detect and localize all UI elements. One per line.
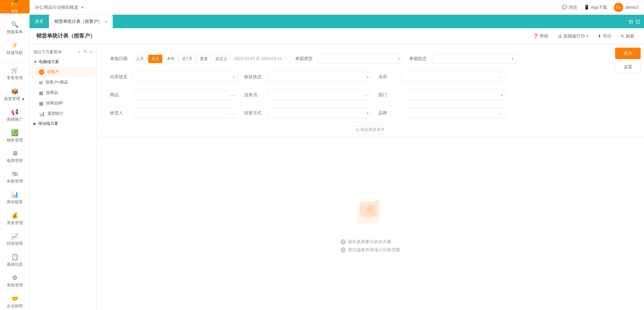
scheme-group-desktop-header[interactable]: ▼ 电脑端方案 xyxy=(30,57,96,67)
sidebar-item-purchase[interactable]: 🛍 采购管理 xyxy=(0,167,30,188)
sidebar-item-basic-info[interactable]: 📋 基础信息 xyxy=(0,250,30,271)
warehouse-label: 仓库 xyxy=(378,74,398,80)
search-icon: 🔍 xyxy=(11,21,18,28)
date-btn-more[interactable]: 更多 xyxy=(197,55,211,63)
sidebar-item-ecommerce[interactable]: 🖥 电商管理 xyxy=(0,147,30,167)
scheme-item-by-customer[interactable]: ● 按客户 xyxy=(30,67,96,77)
date-btn-this-year[interactable]: 本年 xyxy=(164,55,178,63)
sidebar-item-marketing[interactable]: 📢 营销推广 xyxy=(0,105,30,126)
warehouse-dots-icon[interactable]: ··· xyxy=(499,74,503,80)
date-btn-7days[interactable]: 近7天 xyxy=(179,55,196,63)
filter-receiver-item: 收货人 ··· xyxy=(110,108,237,118)
brand-select[interactable]: ··· xyxy=(401,108,506,118)
scheme-group-desktop: ▼ 电脑端方案 ● 按客户 ⊞ 按客户+商品 ▦ 按商品 xyxy=(30,57,96,119)
date-btn-custom[interactable]: 自定义 xyxy=(212,55,230,63)
export-icon: ⬆ xyxy=(598,34,601,39)
top-header: 办公用品行业模拟账套 ▾ 💬 消息 📱 App下载 Ea demo2 xyxy=(30,0,644,15)
setting-button[interactable]: 设置 xyxy=(615,61,641,73)
group-desktop-label: 电脑端方案 xyxy=(39,59,59,65)
date-btn-last-month[interactable]: 上月 xyxy=(133,55,147,63)
order-type-arrow-icon: ▾ xyxy=(398,57,399,61)
page-title-bar: 销货单统计表（按客户） ❓ 帮助 🖨 按模板打印 ▾ ⬆ 导出 ↻ 刷新 xyxy=(30,28,644,44)
scheme-add-icon[interactable]: ＋ xyxy=(77,49,82,55)
department-label: 部门 xyxy=(378,92,398,98)
filter-department-item: 部门 ▾ xyxy=(378,90,506,100)
return-stats-icon: 📊 xyxy=(39,111,45,116)
order-status-select[interactable]: ▾ xyxy=(432,54,517,64)
message-button[interactable]: 💬 消息 xyxy=(562,4,577,10)
scheme-item-by-goods-99[interactable]: ▦ 按商品99 xyxy=(30,98,96,108)
home-label: 首页 xyxy=(35,18,44,24)
scheme-item-by-customer-goods[interactable]: ⊞ 按客户+商品 xyxy=(30,77,96,88)
department-select[interactable]: ▾ xyxy=(401,90,506,100)
query-button[interactable]: 查询 xyxy=(615,48,641,59)
scheme-group-mobile-header[interactable]: ▶ 移动端方案 xyxy=(30,119,96,128)
page-title: 销货单统计表（按客户） xyxy=(36,33,95,40)
sidebar-item-operations[interactable]: 📈 经营管理 xyxy=(0,229,30,250)
app-download-button[interactable]: 📱 App下载 xyxy=(584,4,607,10)
tab-sales-stats[interactable]: 销货单统计表（按客户） ✕ xyxy=(49,15,113,28)
out-status-label: 出库状态 xyxy=(110,74,130,80)
brand-dots-icon[interactable]: ··· xyxy=(499,110,503,116)
receiver-select[interactable]: ··· xyxy=(133,108,237,118)
scheme-collapse-icon[interactable]: « xyxy=(90,49,92,55)
avatar[interactable]: Ea xyxy=(614,3,623,12)
warehouse-select[interactable]: ··· xyxy=(401,72,506,82)
logo-text: 标版 xyxy=(11,9,18,13)
maximize-button[interactable]: ⊡ xyxy=(636,18,640,25)
sidebar-item-wholesale[interactable]: 📦 批发管理 ▲ xyxy=(0,84,30,105)
message-icon: 💬 xyxy=(562,5,567,10)
goods-icon: ▦ xyxy=(39,90,43,96)
settlement-select[interactable]: ▾ xyxy=(267,108,372,118)
goods-dots-icon[interactable]: ··· xyxy=(230,92,234,98)
message-label: 消息 xyxy=(569,4,577,10)
sidebar-item-search[interactable]: 🔍 搜索菜单 ⚡ 快捷导航 xyxy=(0,13,29,63)
sidebar-item-inventory[interactable]: 📊 库存核算 xyxy=(0,188,30,208)
sidebar-item-retail[interactable]: 🛒 零售管理 xyxy=(0,63,30,84)
out-status-select[interactable]: ▾ xyxy=(133,72,237,82)
breadcrumb-arrow[interactable]: ▾ xyxy=(81,5,84,10)
salesperson-select[interactable]: ··· xyxy=(267,90,372,100)
main-area: 办公用品行业模拟账套 ▾ 💬 消息 📱 App下载 Ea demo2 首页 xyxy=(30,0,644,310)
close-tab-button[interactable]: ✕ xyxy=(104,19,107,24)
goods-select[interactable]: ··· xyxy=(133,90,237,100)
filter-warehouse-item: 仓库 ··· xyxy=(378,72,506,82)
filter-settlement-item: 结算方式 ▾ xyxy=(244,108,372,118)
refresh-icon: ↻ xyxy=(621,34,625,39)
search-menu-item[interactable]: 🔍 搜索菜单 xyxy=(0,17,30,38)
print-button[interactable]: 🖨 按模板打印 ▾ xyxy=(555,32,591,41)
print-arrow-icon: ▾ xyxy=(587,34,588,38)
collapse-label: 收起更多条件 xyxy=(361,127,385,133)
payment-status-select[interactable]: ▾ xyxy=(267,72,372,82)
help-button[interactable]: ❓ 帮助 xyxy=(530,32,551,41)
refresh-button[interactable]: ↻ 刷新 xyxy=(618,32,637,41)
tab-sales-stats-label: 销货单统计表（按客户） xyxy=(54,18,102,24)
system-label: 系统管理 xyxy=(7,282,23,288)
filter-order-type-item: 单据类型 ▾ xyxy=(295,54,402,64)
ecommerce-label: 电商管理 xyxy=(7,158,23,164)
user-area[interactable]: Ea demo2 xyxy=(614,3,639,12)
date-range-bar: 上月 本月 本年 近7天 更多 自定义 2023-03-01 至 2023-03… xyxy=(133,55,282,63)
page-content: 销货单统计表（按客户） ❓ 帮助 🖨 按模板打印 ▾ ⬆ 导出 ↻ 刷新 xyxy=(30,28,644,310)
header-actions: 💬 消息 📱 App下载 Ea demo2 xyxy=(562,3,639,12)
scheme-edit-icon[interactable]: ✎ xyxy=(84,49,88,55)
filter-goods-item: 商品 ··· xyxy=(110,90,237,100)
tab-home[interactable]: 首页 xyxy=(30,15,49,28)
receiver-dots-icon[interactable]: ··· xyxy=(230,110,234,116)
scheme-item-by-goods[interactable]: ▦ 按商品 xyxy=(30,88,96,98)
order-type-label: 单据类型 xyxy=(295,56,315,62)
sidebar-item-system[interactable]: ⚙ 系统管理 xyxy=(0,271,30,292)
date-btn-this-month[interactable]: 本月 xyxy=(148,55,162,63)
quick-nav-item[interactable]: ⚡ 快捷导航 xyxy=(0,38,30,59)
sidebar-item-sales[interactable]: 💹 销售管理 xyxy=(0,126,30,147)
salesperson-dots-icon[interactable]: ··· xyxy=(365,92,369,98)
scheme-item-return-stats[interactable]: 📊 退货统计 xyxy=(30,108,96,119)
minimize-button[interactable]: ⊟ xyxy=(629,18,633,25)
sidebar-item-enterprise[interactable]: 🤝 企业协同 xyxy=(0,292,30,310)
sales-label: 销售管理 xyxy=(7,138,23,143)
app-logo[interactable]: 🍊 标版 xyxy=(0,0,30,13)
order-type-select[interactable]: ▾ xyxy=(318,54,402,64)
collapse-button[interactable]: ⋀ 收起更多条件 xyxy=(352,125,389,134)
export-button[interactable]: ⬆ 导出 xyxy=(595,32,614,41)
sidebar-item-finance[interactable]: 💰 资金管理 xyxy=(0,208,30,229)
